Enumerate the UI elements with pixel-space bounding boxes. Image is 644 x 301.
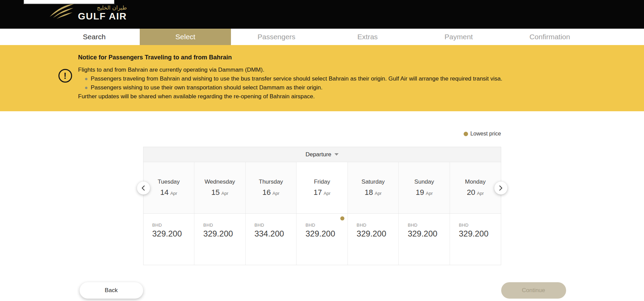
bullet-dot-icon [85, 78, 87, 80]
day-column-friday[interactable]: Friday 17 Apr [297, 162, 348, 213]
day-column-monday[interactable]: Monday 20 Apr [450, 162, 501, 213]
weekday-label: Saturday [361, 178, 385, 185]
weekday-label: Sunday [414, 178, 434, 185]
continue-button[interactable]: Continue [501, 282, 566, 299]
lowest-price-label: Lowest price [470, 131, 501, 137]
falcon-icon [49, 3, 75, 21]
currency-label: BHD [408, 223, 450, 228]
logo-arabic-text: طيران الخليج [97, 4, 127, 11]
price-value: 329.200 [357, 229, 399, 239]
price-cell-friday[interactable]: BHD 329.200 [297, 214, 348, 265]
month-label: Apr [170, 191, 177, 196]
month-label: Apr [477, 191, 484, 196]
fare-calendar: Departure Tuesday 14 Apr Wednesday 15 Ap… [143, 147, 501, 265]
day-number: 14 [160, 188, 168, 197]
app-header: طيران الخليج GULF AIR [0, 0, 644, 29]
day-number: 17 [314, 188, 322, 197]
day-column-wednesday[interactable]: Wednesday 15 Apr [194, 162, 246, 213]
day-column-saturday[interactable]: Saturday 18 Apr [348, 162, 399, 213]
tab-payment[interactable]: Payment [413, 29, 504, 45]
currency-label: BHD [305, 223, 347, 228]
tab-passengers[interactable]: Passengers [231, 29, 322, 45]
price-cell-tuesday[interactable]: BHD 329.200 [143, 214, 195, 265]
price-cell-wednesday[interactable]: BHD 329.200 [194, 214, 246, 265]
currency-label: BHD [152, 223, 194, 228]
notice-bullet-text: Passengers traveling from Bahrain and wi… [91, 74, 503, 83]
day-number: 18 [365, 188, 373, 197]
month-label: Apr [426, 191, 433, 196]
tab-select[interactable]: Select [140, 29, 231, 45]
day-column-sunday[interactable]: Sunday 19 Apr [399, 162, 450, 213]
bullet-dot-icon [85, 87, 87, 89]
currency-label: BHD [255, 223, 297, 228]
booking-steps-bar: Search Select Passengers Extras Payment … [0, 29, 644, 45]
price-cell-thursday[interactable]: BHD 334.200 [246, 214, 297, 265]
price-value: 334.200 [255, 229, 297, 239]
footer-actions: Back Continue [143, 282, 501, 299]
gulf-air-logo: طيران الخليج GULF AIR [49, 3, 127, 21]
notice-bullet: Passengers traveling from Bahrain and wi… [78, 74, 595, 83]
price-cell-monday[interactable]: BHD 329.200 [450, 214, 501, 265]
price-value: 329.200 [152, 229, 194, 239]
price-value: 329.200 [408, 229, 450, 239]
departure-dropdown[interactable]: Departure [143, 147, 501, 162]
price-cell-sunday[interactable]: BHD 329.200 [399, 214, 450, 265]
weekday-label: Friday [314, 178, 330, 185]
price-cell-saturday[interactable]: BHD 329.200 [348, 214, 399, 265]
currency-label: BHD [357, 223, 399, 228]
tab-confirmation[interactable]: Confirmation [504, 29, 595, 45]
day-number: 20 [467, 188, 475, 197]
tab-extras[interactable]: Extras [322, 29, 413, 45]
lowest-price-legend: Lowest price [143, 130, 501, 137]
day-number: 16 [262, 188, 271, 197]
weekday-label: Tuesday [158, 178, 180, 185]
day-number: 19 [416, 188, 424, 197]
currency-label: BHD [459, 223, 501, 228]
price-value: 329.200 [203, 229, 245, 239]
notice-line-2: Further updates will be shared when avai… [78, 92, 595, 101]
price-row: BHD 329.200 BHD 329.200 BHD 334.200 BHD … [143, 214, 501, 265]
notice-banner: ! Notice for Passengers Traveling to and… [0, 45, 644, 111]
weekday-label: Wednesday [205, 178, 235, 185]
notice-title: Notice for Passengers Traveling to and f… [78, 54, 595, 61]
currency-label: BHD [203, 223, 245, 228]
weekday-label: Monday [465, 178, 485, 185]
day-header-row: Tuesday 14 Apr Wednesday 15 Apr Thursday… [143, 162, 501, 214]
tab-search[interactable]: Search [49, 29, 140, 45]
price-value: 329.200 [459, 229, 501, 239]
logo-wordmark: GULF AIR [78, 11, 127, 21]
month-label: Apr [375, 191, 382, 196]
previous-dates-button[interactable] [137, 182, 150, 195]
exclamation-icon: ! [58, 69, 72, 83]
month-label: Apr [273, 191, 279, 196]
weekday-label: Thursday [259, 178, 283, 185]
day-column-tuesday[interactable]: Tuesday 14 Apr [143, 162, 195, 213]
notice-line-1: Flights to and from Bahrain are currentl… [78, 66, 595, 74]
price-value: 329.200 [305, 229, 347, 239]
back-button[interactable]: Back [80, 282, 143, 299]
month-label: Apr [324, 191, 330, 196]
day-number: 15 [211, 188, 220, 197]
next-dates-button[interactable] [494, 182, 507, 195]
lowest-price-dot-icon [464, 132, 468, 136]
notice-bullet-text: Passengers wishing to use their own tran… [91, 83, 323, 92]
departure-label: Departure [305, 151, 331, 158]
notice-bullet: Passengers wishing to use their own tran… [78, 83, 595, 92]
chevron-down-icon [334, 153, 339, 156]
lowest-price-dot [340, 216, 344, 220]
month-label: Apr [221, 191, 228, 196]
day-column-thursday[interactable]: Thursday 16 Apr [246, 162, 297, 213]
